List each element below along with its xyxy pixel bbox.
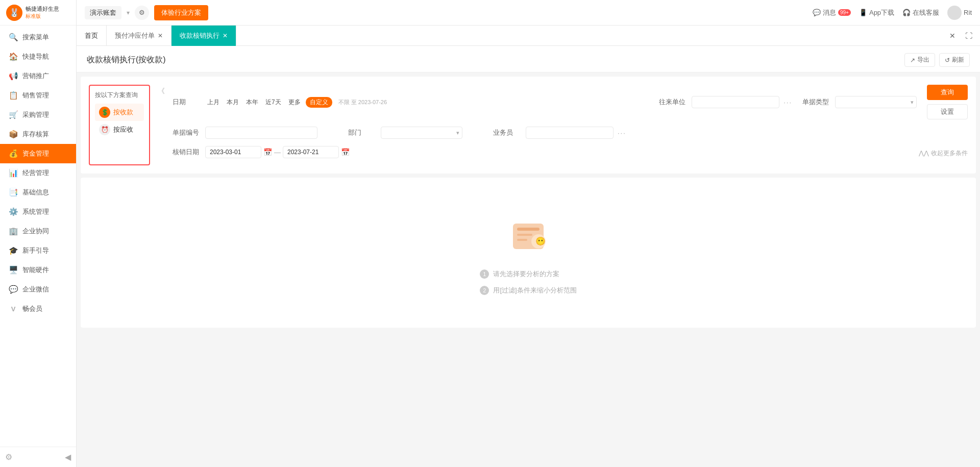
empty-text: 1 请先选择要分析的方案 2 用[过滤]条件来缩小分析范围 — [480, 267, 576, 297]
export-button[interactable]: ↗ 导出 — [904, 53, 935, 67]
doc-no-filter-group: 单据编号 — [173, 127, 317, 139]
date-btn-this-year[interactable]: 本年 — [244, 97, 260, 108]
sidebar-item-finance[interactable]: 💰 资金管理 — [0, 144, 76, 163]
dept-select[interactable] — [381, 127, 462, 139]
online-service-button[interactable]: 🎧 在线客服 — [902, 8, 939, 17]
doc-type-filter-group: 单据类型 ▾ — [802, 96, 917, 108]
filter-row-1: 日期 上月 本月 本年 近7天 更多 自定义 不限 至 2023-07-26 往… — [173, 85, 968, 119]
partner-more-icon[interactable]: ··· — [783, 99, 792, 106]
collapse-icon: ⋀⋀ — [919, 150, 929, 157]
by-receivable-icon: ⏰ — [99, 124, 110, 135]
tab-home[interactable]: 首页 — [77, 26, 107, 46]
collab-icon: 🏢 — [8, 227, 18, 236]
date-btn-custom[interactable]: 自定义 — [306, 97, 332, 108]
sidebar-item-basic[interactable]: 📑 基础信息 — [0, 183, 76, 202]
page-header: 收款核销执行(按收款) ↗ 导出 ↺ 刷新 — [77, 46, 980, 72]
sidebar-item-marketing[interactable]: 📢 营销推广 — [0, 66, 76, 86]
filter-option-by-receivable[interactable]: ⏰ 按应收 — [95, 121, 144, 138]
query-button[interactable]: 查询 — [927, 85, 968, 100]
message-icon: 💬 — [813, 9, 821, 16]
sidebar-item-hardware[interactable]: 🖥️ 智能硬件 — [0, 260, 76, 280]
date-btn-this-month[interactable]: 本月 — [225, 97, 241, 108]
tab-prepayment[interactable]: 预付冲应付单 ✕ — [107, 26, 172, 46]
search-menu-icon: 🔍 — [8, 33, 18, 42]
filter-option-by-receipt[interactable]: 💲 按收款 — [95, 104, 144, 121]
salesperson-label: 业务员 — [493, 128, 522, 137]
export-icon: ↗ — [910, 57, 915, 64]
sidebar-item-search-menu[interactable]: 🔍 搜索菜单 — [0, 28, 76, 47]
partner-filter-group: 往来单位 ··· — [659, 96, 792, 108]
guide-icon: 🎓 — [8, 246, 18, 255]
refresh-button[interactable]: ↺ 刷新 — [939, 53, 970, 67]
empty-state: 😶 1 请先选择要分析的方案 2 用[过滤]条件来缩小分析范围 — [81, 178, 976, 328]
dept-filter-group: 部门 ▾ — [348, 127, 462, 139]
sidebar-item-inventory[interactable]: 📦 库存核算 — [0, 125, 76, 144]
sidebar-collapse-icon[interactable]: ◀ — [65, 452, 71, 462]
salesperson-filter-group: 业务员 ··· — [493, 127, 626, 139]
sidebar-item-collab[interactable]: 🏢 企业协同 — [0, 222, 76, 241]
sidebar-item-sales[interactable]: 📋 销售管理 — [0, 86, 76, 105]
sidebar-item-guide[interactable]: 🎓 新手引导 — [0, 241, 76, 260]
writeoff-start-input[interactable] — [205, 146, 261, 158]
svg-rect-2 — [517, 234, 532, 236]
message-badge: 99+ — [838, 9, 851, 16]
app-download-button[interactable]: 📱 App下载 — [859, 8, 894, 17]
sidebar-bottom: ⚙ ◀ — [0, 447, 76, 467]
more-conditions-toggle[interactable]: ⋀⋀ 收起更多条件 — [919, 147, 968, 158]
system-icon: ⚙️ — [8, 207, 18, 216]
partner-input[interactable] — [692, 96, 779, 108]
topbar-left: 演示账套 ▾ ⚙ 体验行业方案 — [85, 5, 208, 20]
filter-actions: 查询 设置 — [927, 85, 968, 119]
writeoff-date-filter-group: 核销日期 📅 — 📅 — [173, 146, 350, 158]
logo-text: 畅捷通好生意 标准版 — [26, 5, 59, 20]
page-content: 收款核销执行(按收款) ↗ 导出 ↺ 刷新 按以下方案查询 💲 按收款 — [77, 46, 980, 467]
sidebar-item-member[interactable]: V 畅会员 — [0, 299, 76, 318]
salesperson-more-icon[interactable]: ··· — [618, 129, 626, 137]
operation-icon: 📊 — [8, 168, 18, 178]
dept-label: 部门 — [348, 128, 377, 137]
tab-home-label: 首页 — [85, 31, 98, 40]
close-receipt-writeoff-tab-icon[interactable]: ✕ — [223, 32, 228, 39]
date-btn-more[interactable]: 更多 — [286, 97, 303, 108]
date-btn-7days[interactable]: 近7天 — [263, 97, 283, 108]
writeoff-end-calendar-icon[interactable]: 📅 — [341, 148, 350, 156]
date-btn-last-month[interactable]: 上月 — [205, 97, 222, 108]
tabbar-actions: ✕ ⛶ — [941, 30, 980, 42]
doc-no-input[interactable] — [205, 127, 317, 139]
writeoff-end-input[interactable] — [283, 146, 339, 158]
sidebar-item-purchase[interactable]: 🛒 采购管理 — [0, 105, 76, 125]
sidebar-item-operation[interactable]: 📊 经营管理 — [0, 163, 76, 183]
writeoff-start-calendar-icon[interactable]: 📅 — [263, 148, 272, 156]
message-button[interactable]: 💬 消息 99+ — [813, 8, 851, 17]
topbar-right: 💬 消息 99+ 📱 App下载 🎧 在线客服 Rit — [813, 6, 972, 20]
bottom-settings-icon[interactable]: ⚙ — [5, 452, 12, 462]
sidebar-item-system[interactable]: ⚙️ 系统管理 — [0, 202, 76, 222]
writeoff-date-dash: — — [274, 149, 281, 156]
settings-button[interactable]: ⚙ — [135, 6, 149, 20]
close-tab-action[interactable]: ✕ — [946, 30, 959, 42]
tab-receipt-writeoff-label: 收款核销执行 — [180, 31, 219, 40]
sidebar-item-wechat[interactable]: 💬 企业微信 — [0, 280, 76, 299]
member-icon: V — [8, 305, 18, 313]
date-label: 日期 — [173, 97, 201, 107]
user-area[interactable]: Rit — [947, 6, 972, 20]
doc-type-select[interactable] — [835, 96, 917, 108]
company-name[interactable]: 演示账套 — [85, 6, 121, 19]
logo-icon: 🐰 — [6, 5, 22, 21]
tab-receipt-writeoff[interactable]: 收款核销执行 ✕ — [172, 26, 236, 46]
expand-tab-action[interactable]: ⛶ — [963, 30, 975, 42]
close-prepayment-tab-icon[interactable]: ✕ — [158, 32, 163, 39]
collapse-filter-sidebar-button[interactable]: 《 — [156, 87, 166, 96]
trial-button[interactable]: 体验行业方案 — [154, 5, 208, 20]
empty-illustration: 😶 — [503, 208, 554, 259]
empty-step-1: 1 请先选择要分析的方案 — [480, 267, 576, 281]
step-2-num: 2 — [480, 286, 489, 295]
sidebar-item-quick-nav[interactable]: 🏠 快捷导航 — [0, 47, 76, 66]
empty-step-2: 2 用[过滤]条件来缩小分析范围 — [480, 284, 576, 297]
salesperson-input[interactable] — [526, 127, 614, 139]
chevron-down-icon: ▾ — [127, 9, 130, 16]
user-name: Rit — [964, 9, 972, 16]
filter-row-2: 单据编号 部门 ▾ 业务员 — [173, 127, 968, 139]
filter-settings-button[interactable]: 设置 — [927, 104, 968, 119]
partner-label: 往来单位 — [659, 97, 688, 107]
